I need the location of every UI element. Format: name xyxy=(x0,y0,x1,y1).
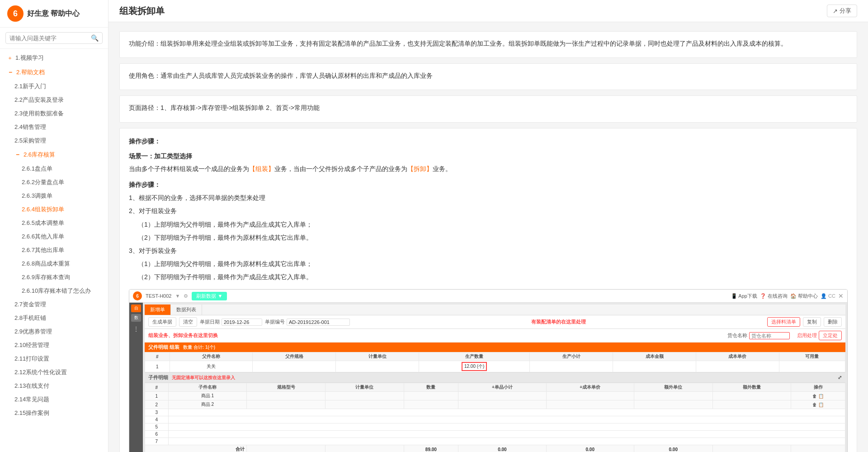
mock-help-center: 🏠 帮助中心 xyxy=(790,293,818,300)
sidebar-item-2-14[interactable]: 2.14常见问题 xyxy=(0,393,108,406)
mock-col-unit: 计量单位 xyxy=(336,352,419,361)
mock-nav-icon-2[interactable]: 数 xyxy=(131,314,141,322)
mock-btn-confirm[interactable]: 立定处 xyxy=(819,331,842,340)
mock-btn-draft[interactable]: 清空 xyxy=(179,317,197,327)
mock-nav-icon-3: ⋮ xyxy=(133,325,139,333)
mock-left-nav: 自 数 ⋮ xyxy=(129,303,143,452)
sidebar-item-2-1[interactable]: 2.1新手入门 xyxy=(0,80,108,93)
mock-btn-save[interactable]: 生成单据 xyxy=(148,317,176,327)
search-icon[interactable]: 🔍 xyxy=(91,34,99,42)
sidebar: 6 好生意 帮助中心 🔍 ＋ 1.视频学习 － 2.帮助文档 2.1新手入门 2… xyxy=(0,0,108,452)
mock-qty-box: 12.00 (个) xyxy=(462,362,487,371)
mock-billno-label: 单据编号 xyxy=(265,319,285,325)
sidebar-item-2-12[interactable]: 2.12系统个性化设置 xyxy=(0,366,108,379)
mock-close-icon[interactable]: ✕ xyxy=(838,292,844,300)
mock-warehouse-input[interactable] xyxy=(749,332,790,339)
sidebar-item-2-6-1[interactable]: 2.6.1盘点单 xyxy=(0,162,108,176)
mock-date-input[interactable] xyxy=(222,319,262,326)
mock-col-parent-name: 父件名称 xyxy=(170,352,253,361)
mock-type-select-area: 货仓名称 xyxy=(727,332,790,339)
minus-icon: － xyxy=(7,68,14,76)
path-block: 页面路径：1、库存核算->库存管理->组装拆卸单 2、首页->常用功能 xyxy=(119,95,857,122)
mock-nav-icon-1[interactable]: 自 xyxy=(131,305,141,312)
sidebar-item-2-15[interactable]: 2.15操作案例 xyxy=(0,406,108,420)
mock-col-avail: 可用量 xyxy=(779,352,845,361)
mock-company: TEST-H002 xyxy=(146,293,171,299)
sidebar-item-2-6-4[interactable]: 2.6.4组装拆卸单 xyxy=(0,203,108,216)
mock-icon1: ⚙ xyxy=(184,293,188,299)
mock-btn-extra2[interactable]: 删除 xyxy=(824,317,842,327)
mock-bottom-row-2: 2 商品 2 🗑 📋 xyxy=(145,400,845,409)
nav-section: ＋ 1.视频学习 － 2.帮助文档 2.1新手入门 2.2产品安装及登录 2.3… xyxy=(0,49,108,422)
mock-bottom-row-1: 1 商品 1 🗑 📋 xyxy=(145,392,845,400)
mock-tab-new[interactable]: 新增单 xyxy=(145,305,171,315)
mock-bottom-table-wrapper: # 子件名称 规格型号 计量单位 数量 +单品小计 +成本单价 额外单位 xyxy=(145,383,845,452)
sidebar-item-2-6-2[interactable]: 2.6.2分量盘点单 xyxy=(0,176,108,189)
sidebar-item-2-6-10[interactable]: 2.6.10库存账本错了怎么办 xyxy=(0,284,108,298)
mock-btn-extra[interactable]: 复制 xyxy=(803,317,821,327)
path-text: 页面路径：1、库存核算->库存管理->组装拆卸单 2、首页->常用功能 xyxy=(129,102,848,114)
ops-title2: 操作步骤： xyxy=(129,179,848,190)
mock-help-icon: ❓ 在线咨询 xyxy=(760,293,788,300)
search-area: 🔍 xyxy=(0,28,108,49)
sidebar-item-2-13[interactable]: 2.13在线支付 xyxy=(0,379,108,393)
logo-area: 6 好生意 帮助中心 xyxy=(0,0,108,28)
sidebar-item-videos[interactable]: ＋ 1.视频学习 xyxy=(0,51,108,65)
mock-body: 自 数 ⋮ 新增单 数据列表 xyxy=(129,303,847,452)
sidebar-item-2-5[interactable]: 2.5采购管理 xyxy=(0,134,108,147)
step2-1: （1）上部明细为父件明细，最终作为产成品生成其它入库单； xyxy=(138,219,848,230)
role-text: 使用角色：通常由生产人员或库管人员完成拆装业务的操作，库管人员确认原材料的出库和… xyxy=(129,70,848,81)
mock-col-qty: 生产数量 xyxy=(419,352,530,361)
mock-top-table-wrapper: # 父件名称 父件规格 计量单位 生产数量 生产小计 成本金额 成本单价 xyxy=(145,352,845,372)
mock-section-header-top: 父件明细 组装 数量 合计: 1(个) xyxy=(145,343,845,352)
sidebar-item-2-9[interactable]: 2.9优惠券管理 xyxy=(0,325,108,338)
sidebar-item-2-6-8[interactable]: 2.6.8商品成本重算 xyxy=(0,257,108,271)
sidebar-item-2-11[interactable]: 2.11打印设置 xyxy=(0,352,108,366)
mock-billno-input[interactable] xyxy=(287,319,350,326)
sidebar-item-2-6-7[interactable]: 2.6.7其他出库单 xyxy=(0,243,108,257)
mock-right-icons: 📱 App下载 ❓ 在线咨询 🏠 帮助中心 👤 CC ✕ xyxy=(731,292,844,300)
plus-icon: ＋ xyxy=(7,54,13,62)
logo-icon: 6 xyxy=(7,5,24,22)
mock-bottom-table: # 子件名称 规格型号 计量单位 数量 +单品小计 +成本单价 额外单位 xyxy=(145,383,845,452)
mock-section-header-bottom: 子件明细 无固定清单可以这按在这里录入 ⤢ xyxy=(145,372,845,383)
sidebar-item-docs[interactable]: － 2.帮助文档 xyxy=(0,65,108,80)
sidebar-item-2-7[interactable]: 2.7资金管理 xyxy=(0,298,108,311)
mock-refresh-btn[interactable]: 刷新数据 ▼ xyxy=(192,292,227,300)
share-button[interactable]: ↗ 分享 xyxy=(827,5,857,17)
mock-tab-list[interactable]: 数据列表 xyxy=(171,305,202,315)
sidebar-item-2-6-5[interactable]: 2.6.5成本调整单 xyxy=(0,216,108,230)
scene1-desc: 当由多个子件材料组装成一个成品的业务为【组装】业务，当由一个父件拆分成多个子产品… xyxy=(129,163,848,175)
mock-dropdown-icon: ▼ xyxy=(175,293,180,299)
scene1-title: 场景一：加工类型选择 xyxy=(129,152,848,161)
step1: 1、根据不同的业务，选择不同单据的类型来处理 xyxy=(129,192,848,204)
sidebar-item-2-3[interactable]: 2.3使用前数据准备 xyxy=(0,107,108,120)
mock-expand-btn[interactable]: ⤢ xyxy=(838,375,842,381)
sidebar-item-2-8[interactable]: 2.8手机旺铺 xyxy=(0,311,108,325)
top-bar: 组装拆卸单 ↗ 分享 xyxy=(108,0,868,22)
mock-btn-select-bom[interactable]: 选择料清单 xyxy=(767,317,800,327)
minus-icon-2-6: － xyxy=(14,151,21,159)
sidebar-item-2-6[interactable]: － 2.6库存核算 xyxy=(0,147,108,162)
sidebar-item-2-4[interactable]: 2.4销售管理 xyxy=(0,120,108,134)
mock-warehouse-label: 货仓名称 xyxy=(727,332,747,339)
sidebar-item-2-6-9[interactable]: 2.6.9库存账本查询 xyxy=(0,271,108,284)
screenshot-container: 6 TEST-H002 ▼ ⚙ 刷新数据 ▼ 📱 App下载 ❓ 在线咨询 🏠 … xyxy=(129,289,848,452)
operations-title: 操作步骤： xyxy=(129,136,848,147)
mock-apps-icon: 📱 App下载 xyxy=(731,293,757,300)
mock-titlebar: 6 TEST-H002 ▼ ⚙ 刷新数据 ▼ 📱 App下载 ❓ 在线咨询 🏠 … xyxy=(129,290,847,303)
mock-col-num: # xyxy=(145,352,170,361)
mock-annotation3: 组装业务、拆卸业务在这里切换 xyxy=(148,332,218,339)
sidebar-item-2-6-3[interactable]: 2.6.3调拨单 xyxy=(0,189,108,203)
sidebar-item-2-2[interactable]: 2.2产品安装及登录 xyxy=(0,93,108,107)
mock-annotation2-area: 启用处理 立定处 xyxy=(797,331,842,340)
sidebar-item-2-10[interactable]: 2.10经营管理 xyxy=(0,338,108,352)
step3-1: （1）上部明细为父件明细，最终作为原材料生成其它出库单； xyxy=(138,258,848,270)
sidebar-item-2-6-6[interactable]: 2.6.6其他入库单 xyxy=(0,230,108,243)
mock-logo: 6 xyxy=(133,291,142,300)
search-input[interactable] xyxy=(9,35,91,42)
mock-toolbar-row: 生成单据 清空 单据日期 单据编号 xyxy=(145,315,845,329)
content-area: 功能介绍：组装拆卸单用来处理企业组装或拆卸等加工业务，支持有固定装配清单的产品加… xyxy=(108,22,868,452)
step3-2: （2）下部明细为子件明细，最终作为产成品生成其它入库单。 xyxy=(138,271,848,283)
mock-footer-row: 合计 89.00 0.00 0.00 0.00 xyxy=(145,445,845,452)
